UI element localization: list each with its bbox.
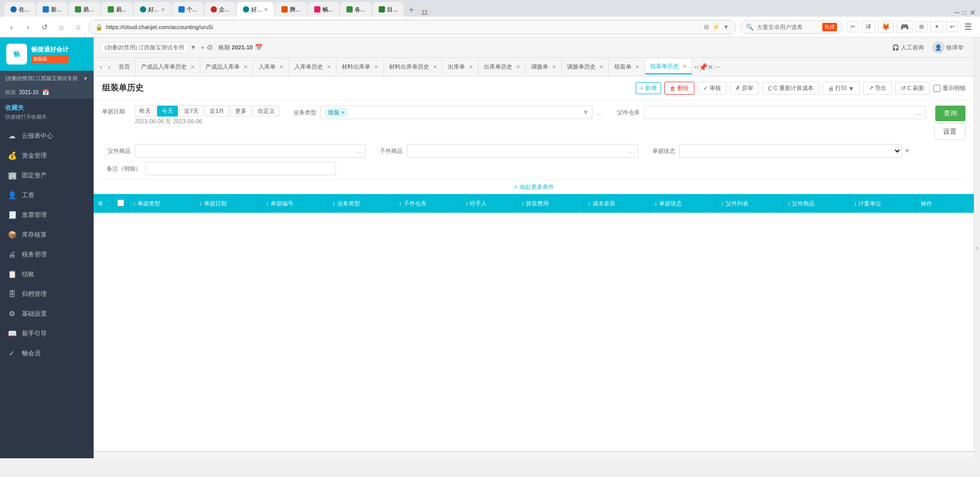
sidebar-item-archive[interactable]: 🗄 归档管理 — [0, 284, 94, 304]
browser-tab-2[interactable]: 易... — [69, 2, 100, 17]
bill-status-select[interactable] — [679, 144, 902, 158]
content-tab-transfer[interactable]: 调拨单 ✕ — [526, 60, 562, 74]
settings-btn[interactable]: ⚙ — [207, 43, 213, 51]
user-btn[interactable]: 👤 徐泽华 — [928, 40, 968, 55]
window-close[interactable]: ✕ — [970, 8, 976, 17]
settings-query-button[interactable]: 设置 — [934, 123, 965, 140]
print-button[interactable]: 🖨 打印 ▼ — [822, 82, 860, 95]
consult-btn[interactable]: 🎧 人工咨询 — [888, 42, 928, 53]
new-tab-button[interactable]: + — [405, 3, 418, 17]
undo-icon[interactable]: ↩ — [946, 21, 958, 32]
favorites-sub[interactable]: 快捷键打开收藏夹 — [5, 113, 88, 121]
col-bill-status[interactable]: ↕ 单据状态 — [650, 194, 717, 213]
sidebar-item-inventory[interactable]: 📦 库存核算 — [0, 225, 94, 244]
date-1month-btn[interactable]: 近1月 — [205, 106, 229, 117]
unaudit-button[interactable]: ✗ 弃审 — [730, 82, 759, 95]
export-button[interactable]: ↗ 导出 — [863, 82, 892, 95]
col-settings-icon[interactable]: ⚙ — [98, 200, 103, 207]
new-button[interactable]: + 新增 — [636, 82, 661, 94]
browser-tab-3[interactable]: 易... — [101, 2, 133, 17]
select-all-checkbox[interactable] — [117, 199, 124, 207]
col-check[interactable] — [112, 194, 128, 213]
col-parent-goods[interactable]: ↕ 父件商品 — [783, 194, 849, 213]
tab-close-icon[interactable]: ✕ — [682, 63, 687, 69]
delete-button[interactable]: 🗑 删除 — [664, 82, 694, 95]
date-more-btn[interactable]: 更多 — [230, 106, 251, 117]
scissors-icon[interactable]: ✂ — [847, 21, 859, 32]
nav-back[interactable]: ‹ — [5, 21, 18, 33]
emoji-icon[interactable]: 🦊 — [878, 21, 894, 33]
calendar-icon[interactable]: 📅 — [42, 89, 49, 95]
col-settings[interactable]: ⚙ — [94, 194, 112, 213]
browser-tab-9[interactable]: 畅... — [308, 2, 339, 17]
tab-close-icon[interactable]: ✕ — [433, 64, 437, 70]
sidebar-item-guide[interactable]: 📖 新手引导 — [0, 324, 94, 343]
tab-close-icon[interactable]: ✕ — [516, 64, 520, 70]
child-goods-more-btn[interactable]: ... — [628, 147, 635, 155]
biz-type-more-btn[interactable]: ... — [597, 108, 603, 117]
tab-close-icon[interactable]: ✕ — [374, 64, 378, 70]
sidebar-item-fund[interactable]: 💰 资金管理 — [0, 146, 94, 165]
refresh-button[interactable]: ↺ C 刷新 — [895, 82, 930, 95]
tab-arrow-left[interactable]: ‹ — [97, 61, 105, 73]
content-tab-assembly-history[interactable]: 组装单历史 ✕ — [645, 59, 692, 74]
browser-tab-10[interactable]: 各... — [340, 2, 371, 17]
content-tab-home[interactable]: 首页 — [113, 60, 136, 74]
game-icon[interactable]: 🎮 — [897, 21, 912, 33]
col-bill-no[interactable]: ↕ 单据编号 — [262, 194, 328, 213]
parent-warehouse-more-btn[interactable]: ... — [916, 108, 922, 117]
recalculate-button[interactable]: C C 重新计算成本 — [762, 82, 819, 95]
tab-pin-btn[interactable]: 📌 — [699, 63, 707, 71]
tab-more-btn[interactable]: ⋯ — [714, 63, 720, 71]
tab-close-icon[interactable]: ✕ — [635, 64, 639, 70]
sidebar-item-basic-settings[interactable]: ⚙ 基础设置 — [0, 304, 94, 324]
browser-tab-1[interactable]: 新... — [36, 2, 68, 17]
col-bill-type[interactable]: ↕ 单据类型 — [128, 194, 195, 213]
period-calendar-icon[interactable]: 📅 — [255, 44, 263, 51]
browser-tab-0[interactable]: 在... — [4, 2, 35, 17]
tag-close-icon[interactable]: × — [341, 110, 344, 115]
content-tab-assembly[interactable]: 组装单 ✕ — [609, 60, 645, 74]
tab-close-icon[interactable]: ✕ — [469, 64, 473, 70]
tab-4-close[interactable]: ✕ — [161, 7, 165, 12]
window-maximize[interactable]: □ — [963, 9, 966, 16]
browser-tab-11[interactable]: 目... — [372, 2, 404, 17]
chevron-down-icon[interactable]: ▼ — [723, 23, 729, 31]
browser-tab-8[interactable]: 腾... — [275, 2, 306, 17]
col-parent-list[interactable]: ↕ 父件列表 — [717, 194, 783, 213]
browser-tab-6[interactable]: 企... — [204, 2, 236, 17]
nav-forward[interactable]: › — [22, 21, 34, 33]
show-detail-checkbox[interactable] — [933, 85, 940, 92]
browser-tab-7[interactable]: 好... ✕ — [237, 2, 274, 17]
layout-icon[interactable]: ⊞ — [915, 21, 927, 32]
nav-home[interactable]: ⌂ — [55, 21, 68, 33]
add-account-btn[interactable]: + — [200, 43, 204, 51]
content-tab-material-out-history[interactable]: 材料出库单历史 ✕ — [384, 60, 443, 74]
date-today-btn[interactable]: 今天 — [157, 106, 178, 117]
content-tab-inbound-history[interactable]: 产成品入库单历史 ✕ — [136, 60, 200, 74]
tab-close-icon[interactable]: ✕ — [243, 64, 248, 70]
bill-status-dropdown[interactable]: ▼ — [904, 147, 910, 154]
sidebar-item-tax[interactable]: 🖨 税务管理 — [0, 244, 94, 264]
col-handler[interactable]: ↕ 经手人 — [461, 194, 517, 213]
col-bill-date[interactable]: ↕ 单据日期 — [195, 194, 262, 213]
tab-arrow-right[interactable]: › — [105, 61, 113, 73]
collapse-more-bar[interactable]: ∧ 收起更多条件 — [102, 179, 965, 194]
sidebar-item-invoice[interactable]: 🧾 发票管理 — [0, 205, 94, 225]
browser-tab-5[interactable]: 个... — [172, 2, 203, 17]
sidebar-item-payroll[interactable]: 👤 工资 — [0, 185, 94, 205]
date-custom-btn[interactable]: 自定义 — [253, 106, 279, 117]
content-tab-storage-history[interactable]: 入库单历史 ✕ — [289, 60, 337, 74]
nav-refresh[interactable]: ↺ — [38, 21, 51, 33]
tab-close-icon[interactable]: ✕ — [552, 64, 556, 70]
show-detail-toggle[interactable]: 显示明细 — [933, 84, 965, 92]
browser-tab-4[interactable]: 好... ✕ — [134, 2, 171, 17]
content-tab-out[interactable]: 出库单 ✕ — [443, 60, 479, 74]
company-dropdown[interactable]: ▼ — [190, 44, 196, 51]
window-minimize[interactable]: ─ — [955, 8, 960, 17]
translate-icon[interactable]: 译 — [862, 21, 875, 33]
menu-icon[interactable]: ☰ — [961, 20, 975, 33]
content-tab-transfer-history[interactable]: 调拨单历史 ✕ — [562, 60, 609, 74]
tab-close-icon[interactable]: ✕ — [327, 64, 331, 70]
col-disassemble-cost[interactable]: ↕ 拆装费用 — [517, 194, 584, 213]
